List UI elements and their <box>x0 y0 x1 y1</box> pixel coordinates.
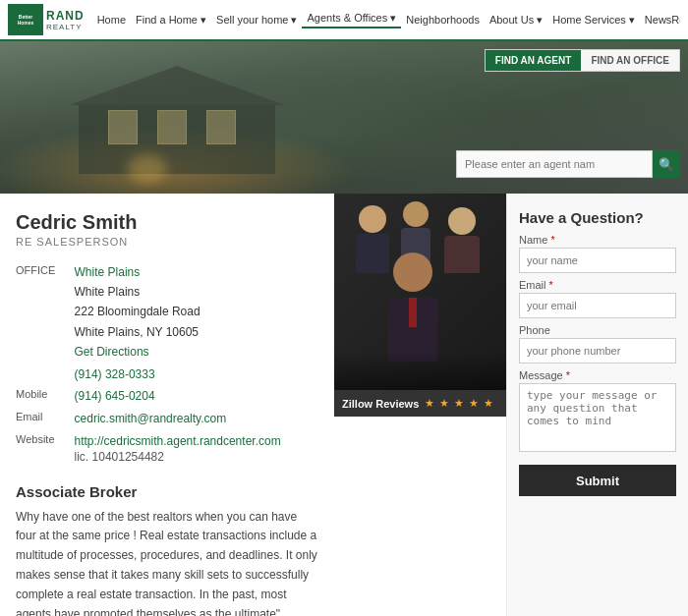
get-directions-link[interactable]: Get Directions <box>75 345 149 359</box>
office-phone-link[interactable]: (914) 328-0333 <box>75 367 155 381</box>
nav-newsreal[interactable]: NewsReal <box>640 14 680 26</box>
nav-find-home[interactable]: Find a Home ▾ <box>131 14 211 27</box>
office-address: White Plains 222 Bloomingdale Road White… <box>75 282 318 363</box>
lic-number: lic. 10401254482 <box>75 450 318 464</box>
nav-sell[interactable]: Sell your home ▾ <box>211 14 302 27</box>
nav-home[interactable]: Home <box>92 14 131 26</box>
hero-section: FIND AN AGENT FIND AN OFFICE 🔍 <box>0 41 688 194</box>
logo-rand: RAND <box>46 9 85 23</box>
nav-links: Home Find a Home ▾ Sell your home ▾ Agen… <box>92 12 680 28</box>
email-label: Email * <box>519 279 676 291</box>
nav-neighborhoods[interactable]: Neighborhoods <box>401 14 485 26</box>
find-agent-tab[interactable]: FIND AN AGENT <box>486 50 582 71</box>
agent-info-panel: Cedric Smith RE SALESPERSON OFFICE White… <box>0 194 334 616</box>
find-tabs: FIND AN AGENT FIND AN OFFICE <box>485 49 680 72</box>
zillow-stars: ★ ★ ★ ★ ★ <box>425 397 494 410</box>
nav-about[interactable]: About Us ▾ <box>485 14 547 27</box>
agent-photo-panel: Zillow Reviews ★ ★ ★ ★ ★ <box>334 194 506 616</box>
message-textarea[interactable] <box>519 383 676 452</box>
mobile-phone-link[interactable]: (914) 645-0204 <box>75 389 155 403</box>
email-link[interactable]: cedric.smith@randrealty.com <box>75 412 227 425</box>
agent-photo <box>334 194 506 390</box>
agent-name: Cedric Smith <box>16 211 318 234</box>
bio-text: Why have one of the best realtors when y… <box>16 508 318 616</box>
name-input[interactable] <box>519 248 676 273</box>
bio-title: Associate Broker <box>16 483 318 500</box>
form-title: Have a Question? <box>519 209 676 226</box>
nav-bar: BetterHomes RAND REALTY Home Find a Home… <box>0 0 688 41</box>
search-input[interactable] <box>456 150 653 178</box>
name-label: Name * <box>519 234 676 246</box>
email-input[interactable] <box>519 293 676 318</box>
agent-details-table: OFFICE White Plains White Plains 222 Blo… <box>16 261 318 468</box>
website-label: Website <box>16 429 75 468</box>
phone-input[interactable] <box>519 338 676 364</box>
message-label: Message * <box>519 369 676 381</box>
search-area: 🔍 <box>456 150 680 178</box>
logo-realty: REALTY <box>46 23 85 31</box>
find-office-tab[interactable]: FIND AN OFFICE <box>581 50 679 71</box>
office-label: OFFICE <box>16 261 75 384</box>
submit-button[interactable]: Submit <box>519 465 676 496</box>
website-link[interactable]: http://cedricsmith.agent.randcenter.com <box>75 434 281 448</box>
search-button[interactable]: 🔍 <box>653 150 680 178</box>
agent-title: RE SALESPERSON <box>16 236 318 248</box>
email-label: Email <box>16 407 75 429</box>
mobile-label: Mobile <box>16 384 75 407</box>
nav-agents[interactable]: Agents & Offices ▾ <box>302 12 401 28</box>
zillow-label: Zillow Reviews <box>342 398 419 410</box>
office-link[interactable]: White Plains <box>75 265 141 279</box>
content-area: Cedric Smith RE SALESPERSON OFFICE White… <box>0 194 688 616</box>
logo[interactable]: BetterHomes RAND REALTY <box>8 4 85 35</box>
zillow-bar[interactable]: Zillow Reviews ★ ★ ★ ★ ★ <box>334 390 506 417</box>
phone-label: Phone <box>519 324 676 336</box>
contact-form-panel: Have a Question? Name * Email * Phone Me… <box>506 194 688 616</box>
nav-home-services[interactable]: Home Services ▾ <box>547 14 640 27</box>
